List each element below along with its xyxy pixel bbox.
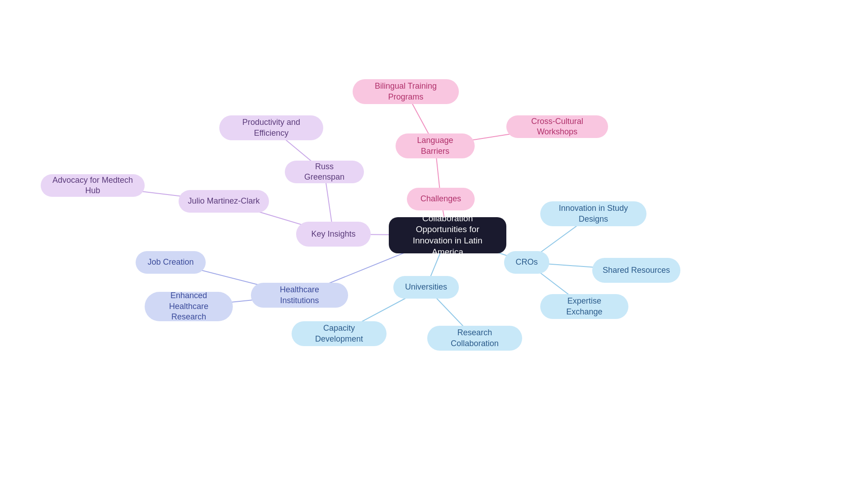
node-keyInsights: Key Insights (296, 222, 371, 247)
node-enhancedHealthcare: Enhanced HealthcareResearch (145, 292, 233, 321)
node-advocacyMedtech: Advocacy for Medtech Hub (41, 174, 145, 197)
node-healthcareInstitutions: Healthcare Institutions (251, 283, 348, 308)
node-challenges: Challenges (407, 188, 475, 210)
node-universities: Universities (393, 276, 459, 299)
node-capacityDevelopment: Capacity Development (292, 321, 387, 346)
node-sharedResources: Shared Resources (592, 258, 680, 283)
node-russGreenspan: Russ Greenspan (285, 161, 364, 183)
node-productivityEfficiency: Productivity and Efficiency (219, 115, 323, 140)
mind-map-container: Collaboration Opportunities forInnovatio… (0, 0, 868, 490)
node-center: Collaboration Opportunities forInnovatio… (389, 217, 506, 253)
node-languageBarriers: Language Barriers (396, 133, 475, 158)
node-julioMartinezClark: Julio Martinez-Clark (179, 190, 269, 213)
node-expertiseExchange: Expertise Exchange (540, 294, 628, 319)
node-crossCultural: Cross-Cultural Workshops (506, 115, 608, 138)
node-innovationStudy: Innovation in Study Designs (540, 201, 646, 226)
node-bilingualTraining: Bilingual Training Programs (353, 79, 459, 104)
node-cros: CROs (504, 251, 549, 274)
node-researchCollaboration: Research Collaboration (427, 326, 522, 351)
node-jobCreation: Job Creation (136, 251, 206, 274)
